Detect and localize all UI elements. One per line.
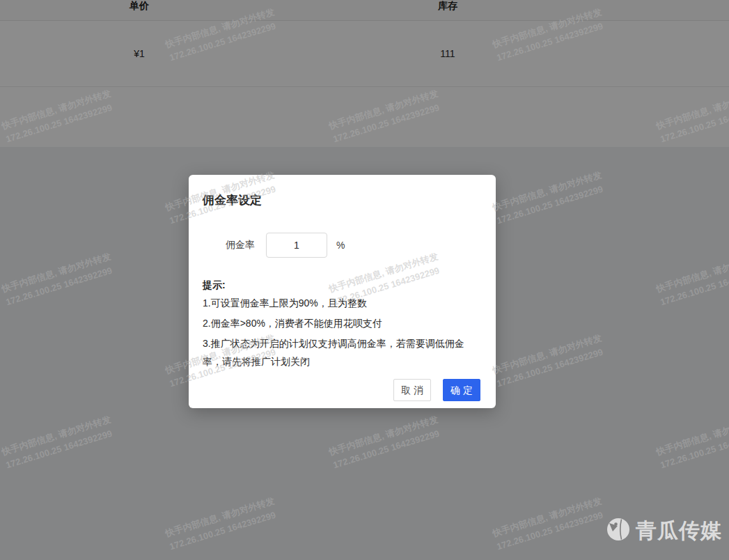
commission-rate-label: 佣金率 [203,239,255,251]
screen: 单价 库存 ¥1 111 佣金率设定 佣金率 % 提示: 1.可设置佣金率上限为… [0,0,729,560]
cancel-button[interactable]: 取 消 [393,379,431,401]
confirm-button[interactable]: 确 定 [443,379,480,401]
qinggua-media-logo: 青瓜传媒 [606,517,722,545]
commission-rate-input[interactable] [266,233,327,258]
commission-rate-form-row: 佣金率 % [203,233,482,258]
qinggua-logo-text: 青瓜传媒 [636,518,722,543]
tip-item-2: 2.佣金率>80%，消费者不能使用花呗支付 [203,314,480,332]
tips-title: 提示: [203,278,482,292]
commission-rate-modal: 佣金率设定 佣金率 % 提示: 1.可设置佣金率上限为90%，且为整数 2.佣金… [189,175,496,408]
tip-item-1: 1.可设置佣金率上限为90%，且为整数 [203,294,480,312]
qinggua-melon-icon [606,517,631,545]
modal-footer: 取 消 确 定 [203,379,480,401]
tip-item-3: 3.推广状态为开启的计划仅支持调高佣金率，若需要调低佣金率，请先将推广计划关闭 [203,334,480,371]
percent-suffix: % [336,240,345,251]
modal-title: 佣金率设定 [203,192,482,209]
